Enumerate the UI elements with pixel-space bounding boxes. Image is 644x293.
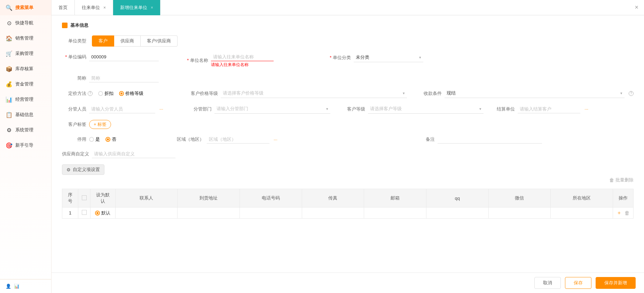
pricing-level-radio [119, 91, 124, 96]
contact-input[interactable] [119, 210, 174, 215]
pricing-method-label: 定价方法 [62, 90, 86, 97]
custom-settings-label: 自定义项设置 [73, 166, 100, 173]
abbreviation-input[interactable] [89, 74, 159, 82]
unit-type-supplier-btn[interactable]: 供应商 [114, 35, 141, 47]
wechat-input[interactable] [492, 210, 547, 215]
col-email: 邮箱 [364, 189, 426, 207]
sidebar-item-basic-info[interactable]: 📋 基础信息 [0, 107, 51, 122]
save-button[interactable]: 保存 [565, 277, 591, 289]
window-close-button[interactable]: × [629, 4, 644, 11]
row-region[interactable] [551, 207, 613, 219]
phone-input[interactable] [243, 210, 298, 215]
abbreviation-field: 简称 [62, 74, 173, 82]
row-fax[interactable] [302, 207, 364, 219]
delete-row-icon[interactable]: 🗑 [625, 210, 630, 216]
col-default: 设为默认 [91, 189, 116, 207]
unit-code-field: 单位编码 [62, 53, 173, 61]
pricing-discount-option[interactable]: 折扣 [98, 90, 113, 97]
region-input[interactable] [207, 135, 269, 144]
row-action-icons: ＋ 🗑 [616, 210, 630, 216]
col-actions: 操作 [613, 189, 633, 207]
tab-contacts[interactable]: 往来单位 × [75, 0, 113, 15]
col-qq: qq [426, 189, 488, 207]
address-input[interactable] [181, 210, 236, 215]
tab-bar: 首页 往来单位 × 新增往来单位 × × [52, 0, 644, 15]
row-checkbox[interactable] [82, 210, 87, 215]
save-new-button[interactable]: 保存并新增 [596, 277, 636, 289]
customer-level-select[interactable]: 请选择客户等级 ▾ [368, 104, 484, 114]
pricing-help-icon[interactable]: ? [88, 91, 93, 96]
add-row-icon[interactable]: ＋ [616, 210, 622, 216]
sidebar-item-inventory[interactable]: 📦 库存核算 [0, 61, 51, 76]
manager-ellipsis[interactable]: ··· [158, 106, 165, 112]
sidebar-item-system[interactable]: ⚙ 系统管理 [0, 122, 51, 138]
fax-input[interactable] [306, 210, 361, 215]
settlement-unit-ellipsis[interactable]: ··· [583, 106, 590, 112]
row-qq[interactable] [426, 207, 488, 219]
tab-home[interactable]: 首页 [52, 0, 75, 15]
row-default-option[interactable]: 默认 [94, 210, 112, 216]
col-contact: 联系人 [115, 189, 178, 207]
email-input[interactable] [368, 210, 423, 215]
disabled-no-option[interactable]: 否 [105, 136, 116, 143]
payment-terms-select[interactable]: 现结 ▾ [445, 89, 625, 98]
col-address: 到货地址 [178, 189, 240, 207]
settlement-unit-input[interactable] [518, 105, 580, 113]
customer-level-placeholder: 请选择客户等级 [370, 106, 478, 112]
sidebar-item-search[interactable]: 🔍 搜索菜单 [0, 0, 51, 15]
supplier-custom-field: 供应商自定义 [62, 150, 201, 158]
row-email[interactable] [364, 207, 426, 219]
disabled-row: 停用 是 否 区域（地区） ··· 备注 [62, 135, 634, 144]
pricing-level-label: 价格等级 [125, 90, 143, 97]
header-checkbox[interactable] [82, 195, 87, 200]
unit-type-customer-btn[interactable]: 客户 [92, 35, 114, 47]
sidebar-item-purchase[interactable]: 🛒 采购管理 [0, 46, 51, 61]
unit-code-input[interactable] [89, 53, 159, 61]
sidebar-item-operations-label: 经营管理 [15, 96, 33, 103]
department-placeholder: 请输入分管部门 [217, 106, 325, 112]
customer-price-level-select[interactable]: 请选择客户价格等级 ▾ [221, 89, 407, 98]
row-wechat[interactable] [488, 207, 551, 219]
disabled-radio-group: 是 否 [89, 136, 116, 143]
unit-category-field: 单位分类 未分类 ▾ [327, 53, 634, 62]
unit-category-select[interactable]: 未分类 ▾ [354, 53, 423, 62]
unit-name-input[interactable] [211, 53, 274, 61]
row-phone[interactable] [240, 207, 302, 219]
disabled-yes-option[interactable]: 是 [89, 136, 100, 143]
unit-name-label: 单位名称 [184, 57, 208, 64]
payment-terms-help-icon[interactable]: ? [629, 91, 634, 96]
qq-input[interactable] [430, 210, 485, 215]
disabled-yes-label: 是 [95, 136, 100, 143]
row-contact[interactable] [115, 207, 178, 219]
remarks-input[interactable] [438, 135, 542, 144]
tab-contacts-close[interactable]: × [103, 5, 106, 10]
row-default-label: 默认 [101, 210, 110, 216]
supplier-custom-input[interactable] [92, 150, 175, 158]
unit-type-both-btn[interactable]: 客户/供应商 [141, 35, 178, 47]
department-select[interactable]: 请输入分管部门 ▾ [214, 104, 330, 114]
sidebar-item-quick-nav[interactable]: ⊙ 快捷导航 [0, 15, 51, 31]
region-ellipsis[interactable]: ··· [272, 136, 279, 143]
sidebar-item-sales[interactable]: 🏠 销售管理 [0, 31, 51, 46]
custom-settings-button[interactable]: ⚙ 自定义项设置 [62, 164, 104, 175]
sidebar-bottom: 👤 📊 [0, 279, 51, 293]
tab-new-contact-close[interactable]: × [151, 5, 153, 10]
unit-name-wrapper: 请输入往来单位名称 [211, 53, 316, 68]
add-tag-button[interactable]: + 标签 [89, 120, 111, 129]
pricing-radio-group: 折扣 价格等级 [98, 90, 143, 97]
row-default-radio [95, 211, 100, 215]
cancel-button[interactable]: 取消 [534, 277, 561, 289]
pricing-level-option[interactable]: 价格等级 [119, 90, 143, 97]
tab-new-contact[interactable]: 新增往来单位 × [113, 0, 160, 15]
sidebar-item-guide[interactable]: 🎯 新手引导 [0, 138, 51, 153]
expand-icon: 📊 [14, 284, 19, 289]
row-address[interactable] [178, 207, 240, 219]
sidebar-item-operations[interactable]: 📊 经营管理 [0, 92, 51, 107]
sales-icon: 🏠 [6, 35, 13, 42]
table-region-input[interactable] [554, 210, 609, 215]
customer-level-field: 客户等级 请选择客户等级 ▾ [341, 104, 484, 114]
manager-input[interactable] [89, 105, 155, 113]
batch-delete-label[interactable]: 批量删除 [615, 177, 634, 183]
sidebar-item-finance[interactable]: 💰 资金管理 [0, 76, 51, 92]
unit-code-label: 单位编码 [62, 54, 86, 60]
